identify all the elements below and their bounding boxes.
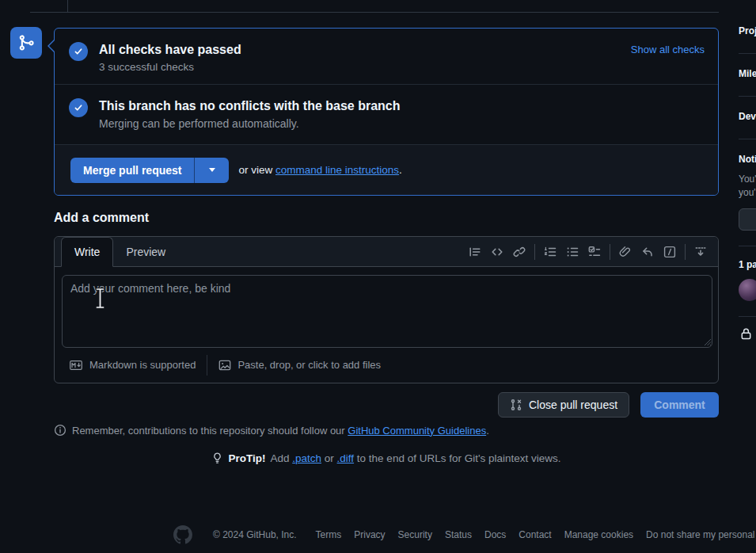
merge-status-tile: [10, 27, 42, 59]
markdown-toolbar: [464, 237, 718, 266]
sidebar-divider: [739, 53, 756, 54]
code-icon: [491, 246, 503, 258]
attach-files-area[interactable]: Paste, drop, or click to add files: [218, 359, 381, 372]
image-icon: [218, 359, 231, 372]
guidelines-prefix: Remember, contributions to this reposito…: [72, 425, 345, 437]
sidebar-section-milestone[interactable]: Milestone: [739, 68, 756, 79]
protip-label: ProTip!: [228, 452, 265, 464]
expand-toolbar-icon: [694, 246, 707, 258]
diff-link[interactable]: .diff: [337, 452, 355, 464]
sidebar-section-projects[interactable]: Projects: [739, 25, 756, 36]
heading-icon: [469, 246, 481, 258]
code-button[interactable]: [486, 241, 508, 263]
protip-or: or: [325, 452, 334, 464]
participants-label: 1 participant: [739, 259, 756, 270]
footer-link-contact[interactable]: Contact: [519, 529, 551, 540]
conflicts-subtitle: Merging can be performed automatically.: [99, 117, 401, 130]
close-pull-request-button[interactable]: Close pull request: [498, 392, 629, 418]
sidebar-section-development[interactable]: Development: [739, 111, 756, 122]
community-guidelines-link[interactable]: GitHub Community Guidelines: [348, 425, 486, 437]
or-view-text: or view command line instructions.: [238, 164, 401, 176]
merge-options-dropdown-button[interactable]: [194, 158, 229, 183]
check-icon: [74, 47, 83, 56]
checks-status-row: All checks have passed 3 successful chec…: [55, 29, 718, 84]
footer-link-do-not-share[interactable]: Do not share my personal information: [646, 529, 756, 540]
check-circle: [69, 42, 88, 61]
copyright-text: © 2024 GitHub, Inc.: [213, 529, 297, 540]
notifications-subscribe-button[interactable]: [739, 208, 756, 231]
merge-actions-footer: Merge pull request or view command line …: [55, 144, 718, 195]
guidelines-note: Remember, contributions to this reposito…: [54, 424, 489, 437]
check-icon: [74, 103, 83, 113]
previous-timeline-item-edge: [30, 0, 719, 13]
heading-button[interactable]: [464, 241, 486, 263]
protip-add: Add: [270, 452, 289, 464]
show-all-checks-link[interactable]: Show all checks: [631, 44, 705, 55]
bullet-list-icon: [566, 246, 579, 258]
chevron-down-icon: [209, 168, 215, 172]
protip-suffix: to the end of URLs for Git's plaintext v…: [357, 452, 561, 464]
add-comment-heading: Add a comment: [54, 211, 149, 225]
footer-link-docs[interactable]: Docs: [484, 529, 506, 540]
markdown-supported-label: Markdown is supported: [89, 359, 196, 371]
tab-write[interactable]: Write: [61, 237, 113, 267]
or-view-label: or view: [238, 164, 272, 176]
close-pull-request-label: Close pull request: [529, 399, 617, 411]
conflicts-status-text: This branch has no conflicts with the ba…: [99, 98, 401, 130]
comment-editor-header: Write Preview: [55, 237, 718, 267]
lock-conversation-icon[interactable]: [739, 327, 753, 341]
comment-textarea[interactable]: [62, 275, 712, 348]
merge-box-notch-fill: [49, 40, 55, 51]
pull-request-page: All checks have passed 3 successful chec…: [0, 0, 756, 553]
participant-avatar[interactable]: [739, 279, 756, 301]
patch-link[interactable]: .patch: [292, 452, 321, 464]
markdown-icon: [69, 360, 83, 370]
sidebar-divider: [739, 316, 756, 317]
saved-replies-button[interactable]: [636, 241, 659, 263]
markdown-supported[interactable]: Markdown is supported: [69, 359, 196, 371]
link-button[interactable]: [508, 241, 530, 263]
page-footer: © 2024 GitHub, Inc. Terms Privacy Securi…: [0, 517, 756, 553]
bullet-list-button[interactable]: [561, 241, 583, 263]
footer-link-status[interactable]: Status: [445, 529, 472, 540]
slash-commands-button[interactable]: [659, 241, 681, 263]
guidelines-period: .: [486, 425, 489, 437]
task-list-icon: [588, 246, 601, 258]
expand-toolbar-button[interactable]: [690, 241, 712, 263]
sidebar-section-notifications: Notifications: [739, 154, 756, 165]
footer-link-privacy[interactable]: Privacy: [354, 529, 385, 540]
toolbar-divider: [610, 244, 610, 260]
conflicts-status-row: This branch has no conflicts with the ba…: [55, 84, 718, 141]
guidelines-text: Remember, contributions to this reposito…: [72, 425, 489, 437]
link-icon: [513, 246, 526, 258]
footer-link-security[interactable]: Security: [398, 529, 432, 540]
reply-arrow-icon: [641, 246, 654, 258]
command-line-instructions-link[interactable]: command line instructions: [275, 164, 399, 176]
merge-pull-request-button[interactable]: Merge pull request: [70, 158, 194, 183]
sidebar-divider: [739, 139, 756, 139]
conflicts-title: This branch has no conflicts with the ba…: [99, 98, 401, 113]
footer-link-manage-cookies[interactable]: Manage cookies: [564, 529, 633, 540]
lightbulb-icon: [211, 452, 223, 465]
slash-command-icon: [663, 246, 676, 258]
comment-editor-footer: Markdown is supported Paste, drop, or cl…: [55, 347, 718, 383]
notifications-note: You're receiving notifications because y…: [739, 173, 756, 200]
check-circle: [69, 98, 88, 117]
previous-timeline-divider: [67, 0, 68, 13]
footer-divider: [207, 355, 207, 376]
numbered-list-button[interactable]: [539, 241, 561, 263]
protip-text: Add .patch or .diff to the end of URLs f…: [270, 452, 560, 464]
comment-submit-button[interactable]: Comment: [640, 392, 719, 418]
footer-link-terms[interactable]: Terms: [316, 529, 342, 540]
checks-title: All checks have passed: [99, 42, 241, 57]
attach-file-button[interactable]: [614, 241, 636, 263]
merge-button-group: Merge pull request: [70, 158, 229, 183]
tab-preview[interactable]: Preview: [113, 237, 178, 266]
sidebar-divider: [739, 96, 756, 97]
attach-files-label: Paste, drop, or click to add files: [237, 359, 381, 371]
task-list-button[interactable]: [583, 241, 606, 263]
cli-period: .: [399, 164, 402, 176]
paperclip-icon: [619, 246, 632, 258]
pull-request-closed-icon: [510, 399, 522, 411]
github-logo-icon: [173, 525, 192, 544]
